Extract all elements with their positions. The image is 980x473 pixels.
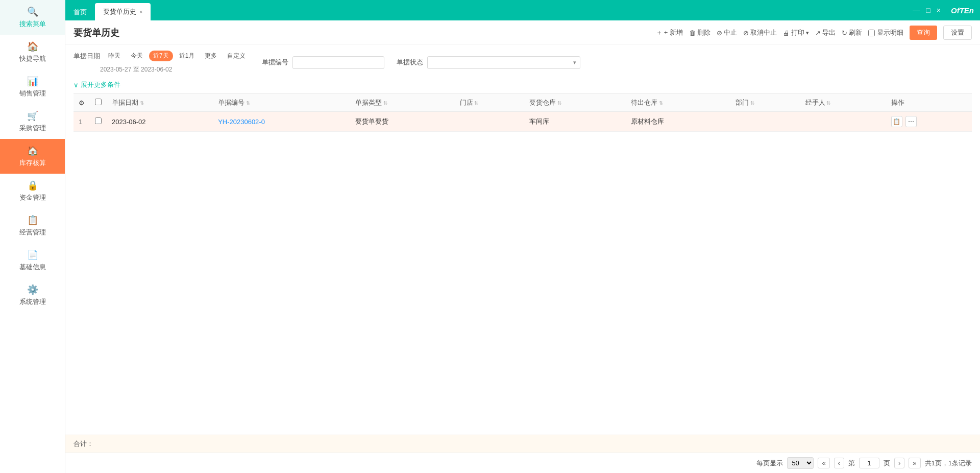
refresh-button[interactable]: ↻ 刷新 [842, 28, 862, 37]
tab-close-icon[interactable]: × [139, 9, 142, 15]
refresh-label: 刷新 [849, 28, 862, 37]
cancel-stop-label: 取消中止 [750, 28, 777, 37]
tab-bar: 首页 要货单历史 × — □ × OfTEn [65, 0, 980, 20]
delete-button[interactable]: 🗑 删除 [689, 28, 710, 37]
cell-pending-warehouse: 原材料仓库 [626, 112, 730, 132]
next-page-btn[interactable]: › [894, 458, 904, 468]
show-detail-checkbox[interactable]: 显示明细 [868, 28, 903, 37]
per-page-select[interactable]: 50 20 100 [787, 457, 814, 469]
row-edit-icon[interactable]: ⋯ [905, 116, 917, 127]
expand-icon: ∨ [74, 81, 79, 89]
date-option-近7天[interactable]: 近7天 [149, 51, 173, 61]
date-options: 昨天今天近7天近1月更多自定义 [104, 51, 250, 61]
window-minimize-btn[interactable]: — [913, 6, 920, 14]
brand-text: OfTEn [951, 6, 974, 15]
tab-current[interactable]: 要货单历史 × [95, 3, 151, 20]
new-button[interactable]: ＋ + 新增 [656, 28, 683, 37]
select-all-checkbox[interactable] [95, 99, 102, 105]
refresh-icon: ↻ [842, 29, 847, 37]
window-maximize-btn[interactable]: □ [926, 6, 930, 14]
show-detail-label: 显示明细 [877, 28, 903, 37]
cell-department [730, 112, 800, 132]
date-option-自定义[interactable]: 自定义 [223, 51, 250, 61]
date-option-昨天[interactable]: 昨天 [104, 51, 125, 61]
filter-area: 单据日期 昨天今天近7天近1月更多自定义 2023-05-27 至 2023-0… [65, 44, 980, 91]
print-button[interactable]: 🖨 打印 ▾ [783, 28, 809, 37]
first-page-btn[interactable]: « [818, 458, 829, 468]
cell-store [455, 112, 525, 132]
sidebar-icon-basic-info: 📄 [27, 249, 38, 261]
bill-no-link[interactable]: YH-20230602-0 [218, 118, 265, 126]
table-row[interactable]: 1 2023-06-02 YH-20230602-0 要货单要货 车间库 原材料… [74, 112, 972, 132]
row-view-icon[interactable]: 📋 [891, 116, 902, 127]
page-label: 第 [848, 459, 855, 468]
query-button[interactable]: 查询 [910, 26, 937, 40]
window-close-btn[interactable]: × [937, 6, 941, 14]
sidebar-label-sys-mgmt: 系统管理 [19, 297, 46, 306]
bill-status-select[interactable] [427, 56, 580, 69]
pagination: 每页显示 50 20 100 « ‹ 第 页 › » 共1页，1条记录 [65, 453, 980, 473]
sidebar-item-search-menu[interactable]: 🔍 搜索菜单 [0, 0, 65, 35]
col-bill-no[interactable]: 单据编号 [213, 94, 350, 112]
detail-checkbox[interactable] [868, 30, 875, 36]
sidebar-item-sys-mgmt[interactable]: ⚙️ 系统管理 [0, 278, 65, 313]
data-table: ⚙ 单据日期 单据编号 单据类型 门店 要货仓库 待出仓库 部门 经手人 操作 [74, 93, 972, 132]
bill-no-input[interactable] [292, 56, 384, 69]
footer-summary: 合计： [65, 435, 980, 453]
sidebar-icon-sales-mgmt: 📊 [27, 76, 38, 87]
date-filter-label: 单据日期 [74, 52, 100, 61]
sidebar-icon-purchase-mgmt: 🛒 [27, 110, 38, 122]
col-department[interactable]: 部门 [730, 94, 800, 112]
page-input[interactable] [859, 458, 879, 468]
delete-icon: 🗑 [689, 29, 696, 37]
col-req-warehouse[interactable]: 要货仓库 [524, 94, 626, 112]
tab-controls: — □ × OfTEn [913, 0, 980, 20]
main-area: 首页 要货单历史 × — □ × OfTEn 要货单历史 ＋ + 新增 🗑 [65, 0, 980, 473]
sidebar-item-finance-mgmt[interactable]: 🔒 资金管理 [0, 174, 65, 208]
row-index: 1 [74, 112, 90, 132]
settings-button[interactable]: 设置 [943, 26, 972, 40]
sidebar-item-ops-mgmt[interactable]: 📋 经营管理 [0, 208, 65, 243]
tab-home-label: 首页 [74, 8, 87, 17]
sidebar-item-sales-mgmt[interactable]: 📊 销售管理 [0, 69, 65, 104]
col-bill-date[interactable]: 单据日期 [107, 94, 213, 112]
col-store[interactable]: 门店 [455, 94, 525, 112]
sidebar-item-quick-nav[interactable]: 🏠 快捷导航 [0, 35, 65, 69]
date-option-近1月[interactable]: 近1月 [175, 51, 199, 61]
expand-conditions-btn[interactable]: ∨ 展开更多条件 [74, 78, 972, 91]
sidebar-item-inventory[interactable]: 🏠 库存核算 [0, 139, 65, 174]
sidebar-icon-search-menu: 🔍 [27, 6, 38, 17]
last-page-btn[interactable]: » [909, 458, 920, 468]
cancel-stop-icon: ⊘ [743, 29, 749, 37]
export-button[interactable]: ↗ 导出 [815, 28, 836, 37]
date-option-更多[interactable]: 更多 [201, 51, 221, 61]
col-bill-type[interactable]: 单据类型 [350, 94, 455, 112]
print-dropdown-icon[interactable]: ▾ [806, 30, 809, 36]
col-handler[interactable]: 经手人 [800, 94, 886, 112]
sidebar-item-basic-info[interactable]: 📄 基础信息 [0, 243, 65, 278]
tab-home[interactable]: 首页 [65, 4, 95, 20]
stop-icon: ⊘ [717, 29, 722, 37]
sidebar-icon-ops-mgmt: 📋 [27, 215, 38, 226]
date-option-今天[interactable]: 今天 [127, 51, 147, 61]
export-label: 导出 [822, 28, 836, 37]
tab-current-label: 要货单历史 [103, 7, 136, 16]
export-icon: ↗ [815, 29, 821, 37]
new-label: + 新增 [664, 28, 683, 37]
total-info: 共1页，1条记录 [925, 459, 972, 468]
sidebar: 🔍 搜索菜单🏠 快捷导航📊 销售管理🛒 采购管理🏠 库存核算🔒 资金管理📋 经营… [0, 0, 65, 473]
table-header-row: ⚙ 单据日期 单据编号 单据类型 门店 要货仓库 待出仓库 部门 经手人 操作 [74, 94, 972, 112]
col-settings[interactable]: ⚙ [74, 94, 90, 112]
col-action: 操作 [886, 94, 972, 112]
sidebar-label-quick-nav: 快捷导航 [19, 54, 46, 63]
prev-page-btn[interactable]: ‹ [834, 458, 844, 468]
sidebar-item-purchase-mgmt[interactable]: 🛒 采购管理 [0, 104, 65, 139]
sidebar-icon-quick-nav: 🏠 [27, 41, 38, 52]
cancel-stop-button[interactable]: ⊘ 取消中止 [743, 28, 777, 37]
print-label: 打印 [791, 28, 804, 37]
row-checkbox-cell [90, 112, 107, 132]
stop-button[interactable]: ⊘ 中止 [717, 28, 737, 37]
row-checkbox[interactable] [95, 117, 102, 124]
cell-req-warehouse: 车间库 [524, 112, 626, 132]
col-pending-warehouse[interactable]: 待出仓库 [626, 94, 730, 112]
